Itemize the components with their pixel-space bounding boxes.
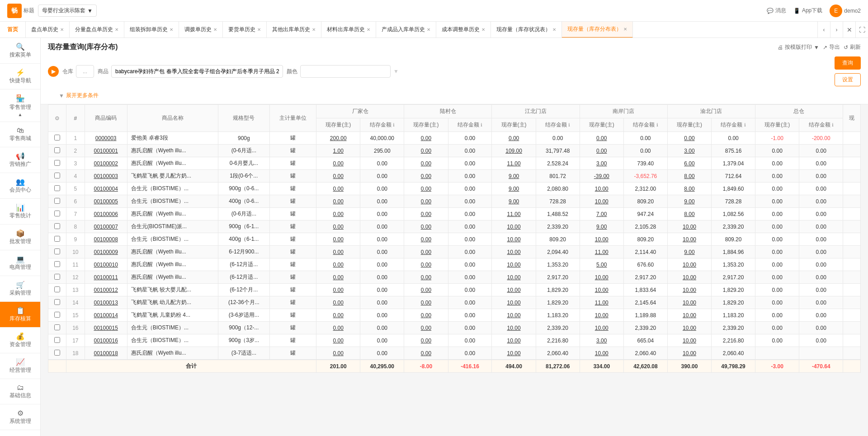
l-qty-link[interactable]: 0.00 <box>421 274 431 281</box>
row-check[interactable] <box>48 195 66 208</box>
yb-qty-link[interactable]: 9.00 <box>684 198 694 205</box>
row-checkbox[interactable] <box>54 248 60 254</box>
na-qty-link[interactable]: 9.00 <box>596 224 607 230</box>
nav-close-all[interactable]: ✕ <box>843 22 855 38</box>
f-qty-link[interactable]: 0.00 <box>333 198 344 205</box>
industry-selector[interactable]: 母婴行业演示陈套 ▼ <box>38 5 97 17</box>
na-qty-link[interactable]: 5.00 <box>596 262 607 268</box>
row-check[interactable] <box>48 208 66 220</box>
row-check[interactable] <box>48 145 66 157</box>
sidebar-item-retail-mall[interactable]: 🛍 零售商城 <box>0 122 40 147</box>
na-qty-link[interactable]: 10.00 <box>595 186 609 192</box>
row-check[interactable] <box>48 309 66 322</box>
l-qty-link[interactable]: 0.00 <box>421 198 431 205</box>
na-qty-link[interactable]: 3.00 <box>596 160 607 167</box>
row-checkbox[interactable] <box>54 261 60 267</box>
color-input[interactable] <box>300 65 391 78</box>
yb-qty-link[interactable]: 10.00 <box>683 287 696 293</box>
jb-qty-link[interactable]: 10.00 <box>507 325 521 331</box>
tab-stocktake[interactable]: 盘点单历史 ✕ <box>26 22 70 38</box>
l-qty-link[interactable]: 0.00 <box>421 249 431 255</box>
row-checkbox[interactable] <box>54 324 60 330</box>
row-check[interactable] <box>48 271 66 284</box>
app-download-btn[interactable]: 📱 App下载 <box>793 7 822 14</box>
jb-qty-link[interactable]: 10.00 <box>507 224 521 230</box>
row-checkbox[interactable] <box>54 312 60 318</box>
settings-btn[interactable]: 设置 <box>835 73 861 86</box>
row-checkbox[interactable] <box>54 198 60 204</box>
expand-conditions-btn[interactable]: 展开更多条件 <box>66 92 99 99</box>
row-check[interactable] <box>48 233 66 246</box>
sku-link[interactable]: 00100006 <box>94 211 118 217</box>
row-checkbox[interactable] <box>54 160 60 166</box>
row-checkbox[interactable] <box>54 173 60 178</box>
jb-qty-link[interactable]: 10.00 <box>507 300 521 306</box>
info-icon[interactable]: ℹ <box>832 122 834 127</box>
tab-stock-status[interactable]: 现存量（库存状况表） ✕ <box>491 22 562 38</box>
l-qty-link[interactable]: 0.00 <box>421 236 431 243</box>
row-check[interactable] <box>48 334 66 347</box>
na-qty-link[interactable]: 11.00 <box>595 249 609 255</box>
yb-qty-link[interactable]: 10.00 <box>683 224 696 230</box>
sidebar-item-quicknav[interactable]: ⚡ 快捷导航 <box>0 64 40 89</box>
message-btn[interactable]: 💬 消息 <box>767 7 786 14</box>
na-qty-link[interactable]: 10.00 <box>595 274 609 281</box>
sku-link[interactable]: 00100002 <box>94 160 118 167</box>
close-icon[interactable]: ✕ <box>552 27 556 32</box>
na-qty-link[interactable]: 10.00 <box>595 287 609 293</box>
th-settings[interactable]: ⚙ <box>48 105 66 132</box>
row-check[interactable] <box>48 157 66 170</box>
yb-qty-link[interactable]: 10.00 <box>683 325 696 331</box>
na-qty-link[interactable]: 0.00 <box>596 135 607 141</box>
close-icon[interactable]: ✕ <box>367 27 370 32</box>
jb-qty-link[interactable]: 11.00 <box>507 160 521 167</box>
l-qty-link[interactable]: 0.00 <box>421 148 431 154</box>
row-check[interactable] <box>48 183 66 195</box>
na-qty-link[interactable]: 7.00 <box>596 211 607 217</box>
sku-link[interactable]: 00100003 <box>94 173 118 179</box>
nav-prev[interactable]: ‹ <box>817 22 830 38</box>
sku-link[interactable]: 00100004 <box>94 186 118 192</box>
yb-qty-link[interactable]: 10.00 <box>683 236 696 243</box>
row-check[interactable] <box>48 296 66 309</box>
tab-transfer[interactable]: 调拨单历史 ✕ <box>179 22 223 38</box>
query-btn[interactable]: 查询 <box>835 56 861 70</box>
f-qty-link[interactable]: 0.00 <box>333 350 344 356</box>
l-qty-link[interactable]: 0.00 <box>421 211 431 217</box>
goods-input[interactable] <box>111 65 283 78</box>
l-qty-link[interactable]: 0.00 <box>421 287 431 293</box>
row-check[interactable] <box>48 220 66 233</box>
l-qty-link[interactable]: 0.00 <box>421 325 431 331</box>
close-icon[interactable]: ✕ <box>481 27 485 32</box>
na-qty-link[interactable]: 0.00 <box>596 148 607 154</box>
sidebar-item-member[interactable]: 👥 会员中心 <box>0 173 40 199</box>
expand-btn[interactable]: ▶ <box>48 66 59 77</box>
jb-qty-link[interactable]: 109.00 <box>505 148 522 154</box>
yb-qty-link[interactable]: 10.00 <box>683 300 696 306</box>
l-qty-link[interactable]: 0.00 <box>421 173 431 179</box>
yb-qty-link[interactable]: 10.00 <box>683 262 696 268</box>
na-qty-link[interactable]: -39.00 <box>594 173 609 179</box>
yb-qty-link[interactable]: 8.00 <box>684 186 694 192</box>
tab-stock-dist[interactable]: 现存量（库存分布表） ✕ <box>562 22 633 38</box>
row-checkbox[interactable] <box>54 211 60 216</box>
home-tab[interactable]: 首页 <box>0 22 26 38</box>
jb-qty-link[interactable]: 10.00 <box>507 236 521 243</box>
f-qty-link[interactable]: 1.00 <box>333 148 344 154</box>
yb-qty-link[interactable]: 10.00 <box>683 338 696 344</box>
jb-qty-link[interactable]: 0.00 <box>509 135 519 141</box>
row-checkbox[interactable] <box>54 299 60 305</box>
close-icon[interactable]: ✕ <box>213 27 217 32</box>
sku-link[interactable]: 00100013 <box>94 300 118 306</box>
na-qty-link[interactable]: 3.00 <box>596 338 607 344</box>
sidebar-item-retail-mgmt[interactable]: 🏪 零售管理 ▲ <box>0 89 40 122</box>
sku-link[interactable]: 00100010 <box>94 262 118 268</box>
l-qty-link[interactable]: 0.00 <box>421 224 431 230</box>
f-qty-link[interactable]: 200.00 <box>330 135 347 141</box>
yb-qty-link[interactable]: 6.00 <box>684 160 694 167</box>
sidebar-item-enterprise[interactable]: 🤝 企业协同 <box>0 430 40 436</box>
row-checkbox[interactable] <box>54 350 60 356</box>
close-icon[interactable]: ✕ <box>115 27 118 32</box>
sku-link[interactable]: 00100005 <box>94 198 118 205</box>
close-icon[interactable]: ✕ <box>257 27 261 32</box>
